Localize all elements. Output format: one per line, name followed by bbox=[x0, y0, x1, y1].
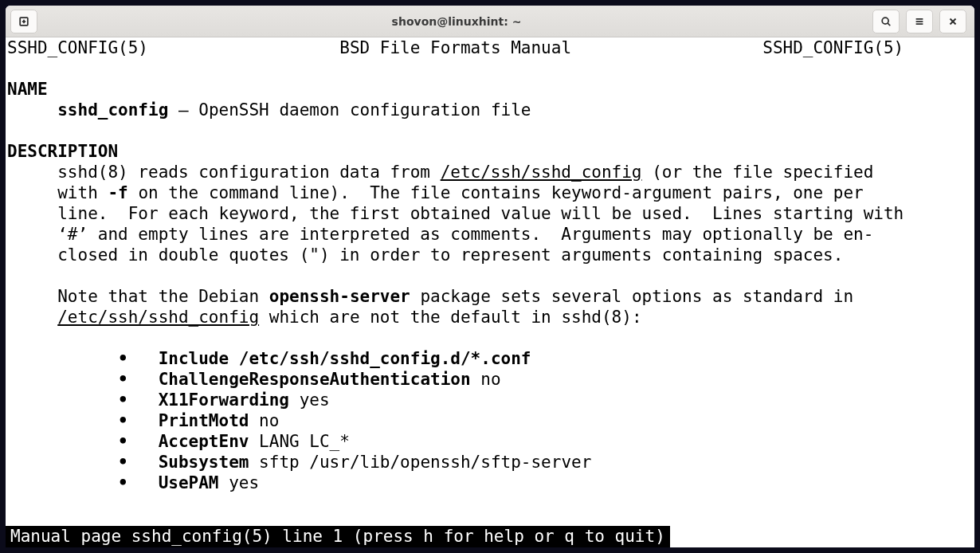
note-pkg: openssh-server bbox=[269, 287, 410, 306]
bullet-icon: • bbox=[118, 452, 128, 473]
desc-path: /etc/ssh/sshd_config bbox=[441, 163, 642, 182]
desc-line: (or the file specified bbox=[642, 163, 874, 182]
bullet-bold: AcceptEnv bbox=[159, 432, 249, 451]
section-description-heading: DESCRIPTION bbox=[7, 142, 118, 161]
note-line: Note that the Debian bbox=[57, 287, 269, 306]
man-page-content[interactable]: SSHD_CONFIG(5) BSD File Formats Manual S… bbox=[6, 37, 974, 526]
new-tab-icon bbox=[18, 16, 29, 27]
pager-status: Manual page sshd_config(5) line 1 (press… bbox=[6, 526, 670, 547]
desc-line: with bbox=[57, 183, 108, 202]
desc-line: sshd(8) reads configuration data from bbox=[57, 163, 440, 182]
bullet-icon: • bbox=[118, 473, 128, 493]
note-line: package sets several options as standard… bbox=[410, 287, 853, 306]
bullet-icon: • bbox=[118, 369, 128, 390]
hamburger-icon bbox=[914, 16, 925, 27]
desc-line: closed in double quotes (") in order to … bbox=[57, 245, 843, 265]
bullet-bold: UsePAM bbox=[159, 473, 219, 492]
note-line: which are not the default in sshd(8): bbox=[259, 308, 641, 327]
flag: -f bbox=[108, 183, 127, 202]
bullet-rest: no bbox=[249, 411, 279, 430]
new-tab-button[interactable] bbox=[10, 10, 37, 33]
bullet-bold: ChallengeResponseAuthentication bbox=[159, 370, 471, 389]
close-button[interactable] bbox=[939, 10, 966, 33]
bullet-rest: yes bbox=[219, 473, 260, 492]
name-sep: — bbox=[168, 100, 198, 120]
bullet-icon: • bbox=[118, 348, 128, 369]
man-header-left: SSHD_CONFIG(5) bbox=[7, 38, 148, 57]
bullet-rest: sftp /usr/lib/openssh/sftp-server bbox=[249, 453, 591, 472]
desc-line: on the command line). The file contains … bbox=[128, 183, 864, 202]
bullet-rest: no bbox=[471, 370, 501, 389]
search-button[interactable] bbox=[872, 10, 900, 33]
bullet-bold: X11Forwarding bbox=[159, 390, 289, 410]
desc-line: ‘#’ and empty lines are interpreted as c… bbox=[57, 225, 873, 244]
search-icon bbox=[880, 16, 892, 27]
name-command: sshd_config bbox=[57, 100, 168, 120]
name-desc: OpenSSH daemon configuration file bbox=[198, 100, 531, 120]
note-path: /etc/ssh/sshd_config bbox=[57, 308, 259, 327]
titlebar: shovon@linuxhint: ~ bbox=[6, 6, 974, 37]
close-icon bbox=[947, 16, 958, 27]
bullet-icon: • bbox=[118, 410, 128, 431]
svg-line-4 bbox=[888, 23, 890, 25]
man-header-right: SSHD_CONFIG(5) bbox=[762, 38, 904, 57]
desc-line: line. For each keyword, the first obtain… bbox=[57, 204, 904, 223]
bullet-icon: • bbox=[118, 390, 128, 410]
bullet-icon: • bbox=[118, 431, 128, 452]
window-title: shovon@linuxhint: ~ bbox=[392, 15, 522, 28]
bullet-bold: Include /etc/ssh/sshd_config.d/*.conf bbox=[159, 349, 531, 368]
bullet-rest: yes bbox=[289, 390, 330, 410]
bullet-bold: Subsystem bbox=[159, 453, 249, 472]
status-wrap: Manual page sshd_config(5) line 1 (press… bbox=[6, 526, 974, 547]
terminal-window: shovon@linuxhint: ~ SSHD_CONFIG(5) BSD F… bbox=[6, 6, 974, 547]
bullet-bold: PrintMotd bbox=[159, 411, 249, 430]
section-name-heading: NAME bbox=[7, 80, 48, 99]
svg-point-3 bbox=[882, 18, 888, 24]
man-header-center: BSD File Formats Manual bbox=[339, 38, 571, 57]
bullet-rest: LANG LC_* bbox=[249, 432, 349, 451]
menu-button[interactable] bbox=[906, 10, 933, 33]
